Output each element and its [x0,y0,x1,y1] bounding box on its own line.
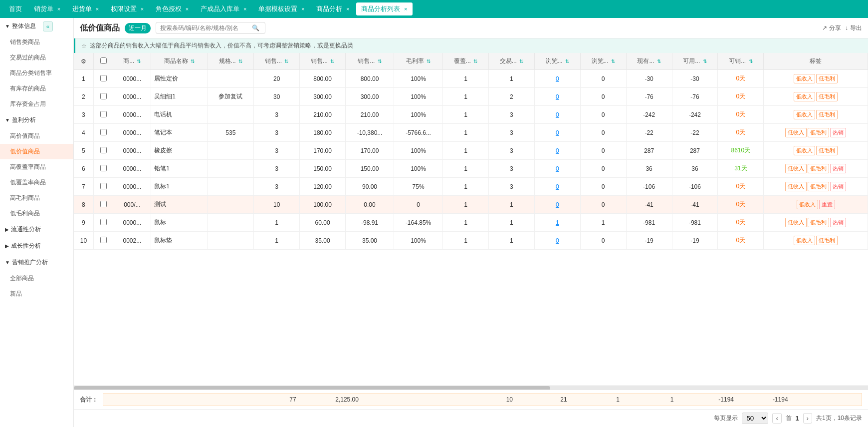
views-link[interactable]: 0 [556,165,559,172]
sidebar-collapse-btn[interactable]: « [43,21,53,31]
nav-roles[interactable]: 角色授权 × [151,2,194,15]
th-sales2[interactable]: 销售... ⇅ [300,53,346,70]
sidebar-item-traded-products[interactable]: 交易过的商品 [0,50,73,65]
views-link[interactable]: 0 [556,111,559,118]
row-checkbox[interactable] [100,129,107,135]
th-stock-sell[interactable]: 可销... ⇅ [718,53,764,70]
search-input[interactable] [160,24,250,31]
th-trade[interactable]: 交易... ⇅ [488,53,534,70]
sidebar-item-all-products[interactable]: 全部商品 [0,271,73,286]
th-coverage[interactable]: 覆盖... ⇅ [443,53,489,70]
nav-product-analysis-close[interactable]: × [346,6,349,12]
views-link[interactable]: 0 [556,93,559,100]
th-stock-actual[interactable]: 现有... ⇅ [626,53,672,70]
td-checkbox[interactable] [93,232,113,250]
export-button[interactable]: ↓ 导出 [845,24,862,32]
sidebar-section-overall[interactable]: ▼ 整体信息 [0,18,41,34]
sidebar-item-low-value[interactable]: 低价值商品 [0,144,73,159]
nav-product-analysis-list[interactable]: 商品分析列表 × [356,2,412,15]
row-checkbox[interactable] [100,93,107,99]
time-badge[interactable]: 近一月 [125,23,151,33]
nav-purchase[interactable]: 进货单 × [67,2,104,15]
th-views1[interactable]: 浏览... ⇅ [534,53,580,70]
td-views1[interactable]: 0 [534,124,580,142]
td-views1[interactable]: 1 [534,214,580,232]
td-views1[interactable]: 0 [534,196,580,214]
td-checkbox[interactable] [93,178,113,196]
td-views1[interactable]: 0 [534,106,580,124]
search-box[interactable]: 🔍 [156,22,265,34]
horizontal-scrollbar[interactable] [74,386,868,390]
last-page-btn[interactable]: › [803,413,812,424]
th-sales1[interactable]: 销售... ⇅ [254,53,300,70]
td-views1[interactable]: 0 [534,178,580,196]
sidebar-item-category-rate[interactable]: 商品分类销售率 [0,65,73,81]
gear-icon[interactable]: ⚙ [81,58,86,65]
first-page-btn[interactable]: ‹ [772,413,781,424]
nav-sales[interactable]: 销货单 × [29,2,65,15]
td-checkbox[interactable] [93,106,113,124]
td-checkbox[interactable] [93,124,113,142]
per-page-select[interactable]: 50 100 200 [742,413,768,424]
nav-products-in[interactable]: 产成品入库单 × [196,2,251,15]
th-margin[interactable]: 毛利率 ⇅ [394,53,443,70]
td-views1[interactable]: 0 [534,88,580,106]
nav-roles-close[interactable]: × [186,6,189,12]
views-link[interactable]: 0 [556,129,559,136]
nav-sales-close[interactable]: × [57,6,60,12]
sidebar-item-stock-capital[interactable]: 库存资金占用 [0,96,73,112]
row-checkbox[interactable] [100,237,107,243]
td-checkbox[interactable] [93,88,113,106]
sidebar-section-marketing[interactable]: ▼ 营销推广分析 [0,254,73,271]
row-checkbox[interactable] [100,219,107,225]
td-checkbox[interactable] [93,196,113,214]
sidebar-item-high-value[interactable]: 高价值商品 [0,128,73,144]
sidebar-item-stock-products[interactable]: 有库存的商品 [0,81,73,96]
td-checkbox[interactable] [93,142,113,160]
td-checkbox[interactable] [93,160,113,178]
td-views1[interactable]: 0 [534,142,580,160]
nav-templates-close[interactable]: × [301,6,304,12]
th-sales3[interactable]: 销售... ⇅ [346,53,394,70]
sidebar-item-new-products[interactable]: 新品 [0,286,73,302]
nav-purchase-close[interactable]: × [96,6,99,12]
sidebar-item-low-margin[interactable]: 低毛利商品 [0,206,73,221]
td-views1[interactable]: 0 [534,70,580,88]
td-views1[interactable]: 0 [534,232,580,250]
row-checkbox[interactable] [100,147,107,153]
nav-templates[interactable]: 单据模板设置 × [253,2,309,15]
td-checkbox[interactable] [93,214,113,232]
views-link[interactable]: 0 [556,201,559,208]
views-link[interactable]: 0 [556,75,559,82]
nav-permissions[interactable]: 权限设置 × [106,2,149,15]
sidebar-section-profit[interactable]: ▼ 盈利分析 [0,112,73,128]
row-checkbox[interactable] [100,201,107,207]
nav-products-in-close[interactable]: × [243,6,246,12]
views-link[interactable]: 1 [556,219,559,226]
row-checkbox[interactable] [100,75,107,81]
th-gear[interactable]: ⚙ [74,53,93,70]
row-checkbox[interactable] [100,111,107,117]
td-views1[interactable]: 0 [534,160,580,178]
sidebar-item-low-coverage[interactable]: 低覆盖率商品 [0,175,73,190]
share-button[interactable]: ↗ 分享 [822,24,841,32]
th-checkbox[interactable] [93,53,113,70]
row-checkbox[interactable] [100,165,107,171]
th-views2[interactable]: 浏览... ⇅ [580,53,626,70]
th-stock-avail[interactable]: 可用... ⇅ [672,53,718,70]
nav-product-analysis-list-close[interactable]: × [404,6,407,12]
nav-home[interactable]: 首页 [4,2,27,15]
nav-product-analysis[interactable]: 商品分析 × [311,2,354,15]
search-icon[interactable]: 🔍 [252,24,259,31]
sidebar-item-sales-products[interactable]: 销售类商品 [0,34,73,50]
views-link[interactable]: 0 [556,147,559,154]
select-all-checkbox[interactable] [100,57,107,64]
views-link[interactable]: 0 [556,237,559,244]
views-link[interactable]: 0 [556,183,559,190]
sidebar-item-high-coverage[interactable]: 高覆盖率商品 [0,159,73,175]
th-name[interactable]: 商品名称 ⇅ [151,53,208,70]
td-checkbox[interactable] [93,70,113,88]
nav-permissions-close[interactable]: × [141,6,144,12]
th-spec[interactable]: 规格... ⇅ [208,53,254,70]
row-checkbox[interactable] [100,183,107,189]
